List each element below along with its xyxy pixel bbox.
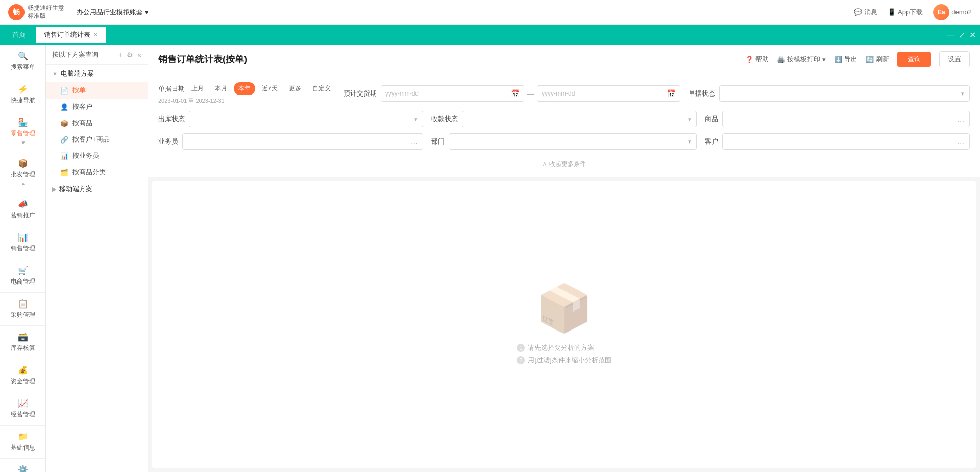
sidebar-item-ops[interactable]: 📈 经营管理: [0, 392, 45, 426]
prev-month-btn[interactable]: 上月: [187, 82, 208, 95]
sidebar-item-search-menu[interactable]: 🔍 搜索菜单: [0, 45, 45, 78]
window-maximize-icon[interactable]: ⤢: [959, 30, 965, 40]
salesperson-more-icon[interactable]: ...: [411, 137, 418, 146]
chevron-down-icon: ▾: [145, 8, 149, 16]
scheme-settings-icon[interactable]: ⚙: [127, 51, 133, 59]
scheme-item-by-order[interactable]: 📄 按单: [46, 82, 148, 99]
help-btn[interactable]: ❓ 帮助: [745, 55, 769, 64]
query-button[interactable]: 查询: [897, 52, 931, 67]
page-header: 销售订单统计表(按单) ❓ 帮助 🖨️ 按模板打印 ▾ ⬇️: [148, 45, 980, 74]
expected-date-end[interactable]: yyyy-mm-dd 📅: [537, 85, 680, 102]
tabbar-right: — ⤢ ✕: [946, 30, 976, 40]
group-arrow-icon: ▼: [52, 70, 58, 77]
salesperson-label: 业务员: [158, 137, 178, 146]
product-select[interactable]: ...: [722, 111, 970, 127]
expected-date-range: yyyy-mm-dd 📅 — yyyy-mm-dd 📅: [381, 85, 681, 102]
delivery-status-select[interactable]: ▾: [189, 111, 423, 127]
customer-select[interactable]: ...: [722, 133, 970, 150]
filter-area: 单据日期 上月 本月 本年 近7天 更多 自定义 2023-01-0: [148, 74, 980, 177]
filter-row-1: 单据日期 上月 本月 本年 近7天 更多 自定义 2023-01-0: [158, 82, 970, 105]
main-content: 按以下方案查询 + ⚙ « ▼ 电脑端方案 📄 按单 👤: [46, 45, 980, 472]
store-icon: 🏪: [18, 117, 28, 127]
trending-icon: 📈: [18, 398, 28, 408]
this-month-btn[interactable]: 本月: [210, 82, 232, 95]
sidebar-item-quick-nav[interactable]: ⚡ 快捷导航: [0, 78, 45, 111]
sidebar-item-retail[interactable]: 🏪 零售管理 ▼: [0, 111, 45, 152]
sidebar-item-basic[interactable]: 📁 基础信息: [0, 426, 45, 459]
cabinet-icon: 🗃️: [18, 332, 28, 342]
template-print-btn[interactable]: 🖨️ 按模板打印 ▾: [777, 55, 826, 64]
refresh-btn[interactable]: 🔄 刷新: [866, 55, 889, 64]
user-menu[interactable]: Ea demo2: [933, 4, 972, 20]
sidebar: 🔍 搜索菜单 ⚡ 快捷导航 🏪 零售管理 ▼ 📦 批发管理 ▲ 📣 营销推广 📊…: [0, 45, 46, 472]
export-btn[interactable]: ⬇️ 导出: [834, 55, 857, 64]
layout: 🔍 搜索菜单 ⚡ 快捷导航 🏪 零售管理 ▼ 📦 批发管理 ▲ 📣 营销推广 📊…: [0, 45, 980, 472]
salesperson-select[interactable]: ...: [182, 133, 423, 150]
window-minimize-icon[interactable]: —: [946, 30, 954, 39]
7days-btn[interactable]: 近7天: [257, 82, 282, 95]
collapse-filter-btn[interactable]: ∧ 收起更多条件: [158, 156, 970, 169]
tab-home[interactable]: 首页: [4, 27, 34, 43]
scheme-group-mobile: ▶ 移动端方案: [46, 180, 148, 198]
page-header-actions: ❓ 帮助 🖨️ 按模板打印 ▾ ⬇️ 导出 �: [745, 51, 970, 67]
print-arrow-icon: ▾: [822, 56, 826, 63]
department-select[interactable]: ▾: [449, 133, 696, 150]
sidebar-item-inventory[interactable]: 🗃️ 库存核算: [0, 326, 45, 359]
left-panel-header: 按以下方案查询 + ⚙ «: [46, 45, 148, 65]
filter-item-product: 商品 ...: [705, 111, 970, 127]
custom-date-btn[interactable]: 自定义: [308, 82, 335, 95]
payment-status-arrow-icon: ▾: [688, 116, 691, 123]
category-icon: 🗂️: [60, 169, 68, 176]
scheme-item-by-customer[interactable]: 👤 按客户: [46, 99, 148, 115]
sidebar-item-finance[interactable]: 💰 资金管理: [0, 359, 45, 392]
order-status-arrow-icon: ▾: [961, 90, 964, 97]
expected-date-start[interactable]: yyyy-mm-dd 📅: [381, 85, 524, 102]
sidebar-item-wholesale[interactable]: 📦 批发管理 ▲: [0, 152, 45, 193]
add-scheme-btn[interactable]: +: [118, 51, 122, 59]
filter-row-2: 出库状态 ▾ 收款状态 ▾ 商品: [158, 111, 970, 127]
scheme-group-pc-header[interactable]: ▼ 电脑端方案: [46, 65, 148, 82]
order-status-select[interactable]: ▾: [719, 85, 970, 102]
empty-state: 📦 1 请先选择要分析的方案 2 用[过滤]条件来缩小分析范围: [152, 181, 976, 468]
app-selector[interactable]: 办公用品行业模拟账套 ▾: [77, 8, 149, 17]
download-icon: 📱: [888, 8, 896, 16]
tip-item-1: 1 请先选择要分析的方案: [517, 343, 611, 352]
sidebar-item-marketing[interactable]: 📣 营销推广: [0, 193, 45, 226]
sidebar-item-sales[interactable]: 📊 销售管理: [0, 226, 45, 259]
app-download-btn[interactable]: 📱 App下载: [888, 8, 923, 17]
chevron-icon: ▼: [21, 140, 26, 146]
topbar: 畅 畅捷通好生意 标准版 办公用品行业模拟账套 ▾ 💬 消息 📱 App下载 E…: [0, 0, 980, 25]
collapse-panel-icon[interactable]: «: [137, 51, 141, 59]
right-panel: 销售订单统计表(按单) ❓ 帮助 🖨️ 按模板打印 ▾ ⬇️: [148, 45, 980, 472]
filter-item-expected-date: 预计交货期 yyyy-mm-dd 📅 — yyyy-mm-dd 📅: [344, 85, 681, 102]
filter-item-department: 部门 ▾: [431, 133, 696, 150]
this-year-btn[interactable]: 本年: [234, 82, 255, 95]
customer-more-icon[interactable]: ...: [958, 137, 964, 146]
more-date-btn[interactable]: 更多: [284, 82, 306, 95]
filter-item-order-status: 单据状态 ▾: [689, 85, 970, 102]
sidebar-item-sys[interactable]: ⚙️ 系统管理: [0, 459, 45, 472]
lightning-icon: ⚡: [18, 84, 28, 94]
page-title: 销售订单统计表(按单): [158, 53, 247, 65]
window-close-icon[interactable]: ✕: [969, 30, 976, 40]
tab-sales-stat[interactable]: 销售订单统计表 ✕: [36, 27, 106, 43]
product-more-icon[interactable]: ...: [958, 114, 964, 124]
tab-close-icon[interactable]: ✕: [93, 32, 98, 38]
chart-icon: 📊: [18, 232, 28, 242]
sidebar-item-purchase[interactable]: 📋 采购管理: [0, 293, 45, 326]
scheme-group-pc: ▼ 电脑端方案 📄 按单 👤 按客户 📦 按商品 🔗 按客户+商品: [46, 65, 148, 180]
box-icon: 📦: [18, 158, 28, 168]
scheme-item-by-product[interactable]: 📦 按商品: [46, 115, 148, 131]
delivery-status-arrow-icon: ▾: [414, 116, 418, 123]
filter-date-top: 单据日期 上月 本月 本年 近7天 更多 自定义: [158, 82, 335, 95]
message-btn[interactable]: 💬 消息: [854, 8, 877, 17]
scheme-group-mobile-header[interactable]: ▶ 移动端方案: [46, 180, 148, 198]
scheme-item-by-salesperson[interactable]: 📊 按业务员: [46, 148, 148, 164]
payment-status-select[interactable]: ▾: [462, 111, 696, 127]
tip-num-2: 2: [517, 356, 525, 364]
sidebar-item-ecom[interactable]: 🛒 电商管理: [0, 259, 45, 293]
settings-button[interactable]: 设置: [939, 51, 970, 67]
scheme-item-by-customer-product[interactable]: 🔗 按客户+商品: [46, 131, 148, 148]
filter-item-payment-status: 收款状态 ▾: [431, 111, 696, 127]
scheme-item-by-category[interactable]: 🗂️ 按商品分类: [46, 164, 148, 180]
